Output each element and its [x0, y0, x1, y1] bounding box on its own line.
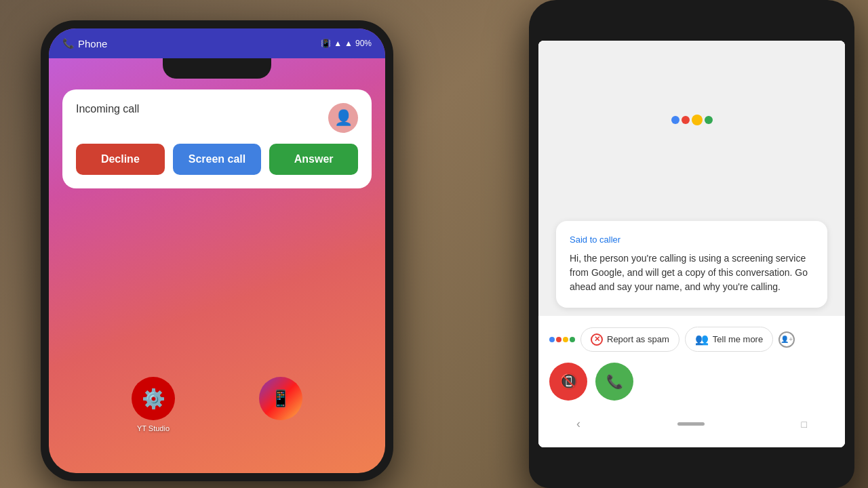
- status-bar-left: 📞 Phone 📳 ▲ ▲ 90%: [49, 28, 385, 58]
- dot-green: [705, 116, 713, 124]
- recents-button[interactable]: □: [802, 419, 807, 430]
- wifi-icon: ▲: [334, 39, 342, 48]
- contact-avatar-icon: 👤: [334, 109, 353, 127]
- phone-right-screen: Said to caller Hi, the person you're cal…: [538, 41, 845, 447]
- google-assistant-dots: [671, 115, 713, 125]
- yt-studio-icon[interactable]: ⚙️ YT Studio: [132, 377, 175, 432]
- tell-me-more-button[interactable]: 👥 Tell me more: [685, 327, 773, 352]
- small-dot-blue: [549, 337, 555, 342]
- spam-icon: ✕: [591, 333, 603, 346]
- decline-button[interactable]: Decline: [76, 144, 165, 175]
- dot-blue: [671, 116, 679, 124]
- add-contact-icon[interactable]: 👤+: [778, 331, 795, 348]
- dot-red: [682, 116, 690, 124]
- phone-left: 📞 Phone 📳 ▲ ▲ 90% Incoming call 👤 Declin…: [41, 20, 393, 481]
- battery-text: 90%: [355, 39, 372, 48]
- screen-call-button[interactable]: Screen call: [173, 144, 262, 175]
- google-dots-small: [549, 337, 575, 342]
- report-spam-button[interactable]: ✕ Report as spam: [580, 327, 679, 352]
- said-to-caller-label: Said to caller: [570, 235, 814, 245]
- speech-bubble-container: Said to caller Hi, the person you're cal…: [538, 213, 845, 316]
- contact-avatar: 👤: [328, 103, 358, 133]
- nav-bar: ‹ □: [549, 411, 834, 436]
- incoming-call-card: Incoming call 👤 Decline Screen call Answ…: [62, 89, 372, 188]
- accept-call-button[interactable]: 📞: [595, 363, 633, 401]
- phone-right: Said to caller Hi, the person you're cal…: [529, 0, 854, 488]
- social-apps-icon[interactable]: 📱: [259, 377, 302, 432]
- accept-icon: 📞: [606, 373, 623, 390]
- card-header: Incoming call 👤: [76, 103, 358, 133]
- report-spam-label: Report as spam: [607, 334, 669, 344]
- small-dot-green: [570, 337, 575, 342]
- app-name: Phone: [78, 38, 321, 49]
- social-glyph: 📱: [271, 389, 291, 408]
- call-action-buttons: 📵 📞: [549, 363, 834, 401]
- speech-text: Hi, the person you're calling is using a…: [570, 251, 814, 294]
- status-icons: 📳 ▲ ▲ 90%: [321, 39, 372, 48]
- action-buttons-row: ✕ Report as spam 👥 Tell me more 👤+: [549, 327, 834, 352]
- tell-me-more-label: Tell me more: [713, 334, 763, 344]
- yt-studio-glyph: ⚙️: [142, 388, 165, 410]
- assistant-area: [538, 41, 845, 213]
- signal-icon: ▲: [344, 39, 353, 48]
- vibrate-icon: 📳: [321, 39, 331, 48]
- add-person-glyph: 👤+: [781, 336, 793, 343]
- tell-more-icon: 👥: [695, 333, 709, 346]
- yt-studio-label: YT Studio: [137, 424, 170, 432]
- small-dot-red: [556, 337, 561, 342]
- bottom-area: ✕ Report as spam 👥 Tell me more 👤+: [538, 316, 845, 447]
- right-content: Said to caller Hi, the person you're cal…: [538, 41, 845, 447]
- home-indicator[interactable]: [677, 422, 705, 426]
- small-dot-yellow: [563, 337, 568, 342]
- back-button[interactable]: ‹: [576, 417, 580, 431]
- answer-button[interactable]: Answer: [269, 144, 358, 175]
- notch-left: [163, 58, 271, 79]
- call-buttons-row: Decline Screen call Answer: [76, 144, 358, 175]
- speech-bubble: Said to caller Hi, the person you're cal…: [556, 221, 827, 308]
- decline-call-button[interactable]: 📵: [549, 363, 587, 401]
- home-screen-icons: ⚙️ YT Studio 📱: [49, 377, 385, 432]
- phone-left-screen: 📞 Phone 📳 ▲ ▲ 90% Incoming call 👤 Declin…: [49, 28, 385, 473]
- incoming-call-label: Incoming call: [76, 103, 139, 115]
- dot-yellow: [692, 115, 703, 125]
- decline-icon: 📵: [559, 373, 578, 390]
- phone-status-icon: 📞: [62, 38, 74, 49]
